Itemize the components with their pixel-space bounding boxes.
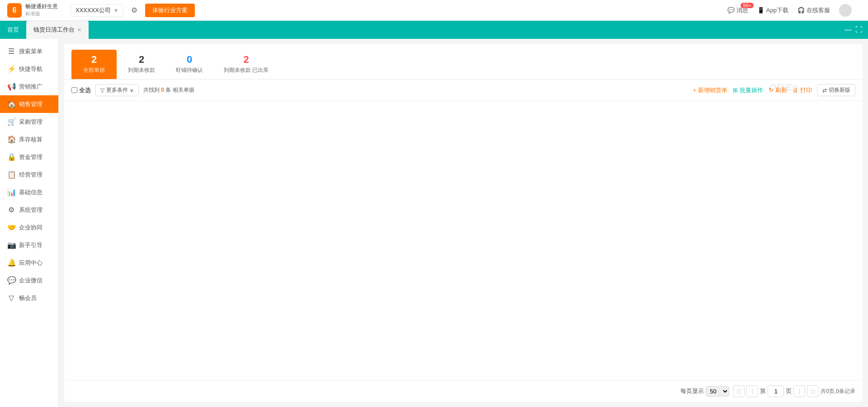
minimize-icon[interactable]: —	[844, 26, 852, 34]
service-icon: 🎧	[797, 7, 805, 14]
header-right: 💬 消息 99+ 📱 App下载 🎧 在线客服	[727, 4, 861, 17]
sidebar-item-apps[interactable]: 🔔 应用中心	[0, 254, 58, 271]
filter-button[interactable]: ▽ 更多条件 ∨	[95, 84, 139, 96]
sidebar-top: ☰ 搜索菜单 ⚡ 快捷导航 📢 营销推广 🏠 销售管理 🛒 采购管理 🏠 库	[0, 39, 58, 310]
apps-icon: 🔔	[7, 258, 15, 267]
switch-icon: ⇄	[822, 87, 827, 94]
message-badge: 99+	[741, 3, 754, 8]
app-download-button[interactable]: 📱 App下载	[757, 6, 788, 14]
basicinfo-icon: 📊	[7, 188, 15, 196]
online-service-button[interactable]: 🎧 在线客服	[797, 6, 830, 14]
tab-home[interactable]: 首页	[0, 21, 26, 39]
sidebar-item-member[interactable]: ▽ 畅会员	[0, 289, 58, 307]
chevron-down-icon: ∨	[130, 87, 134, 94]
header-left: 6 畅捷通好生意 标准版 XXXXXX公司 ▼ ⚙ 体验行业方案	[7, 3, 195, 17]
sidebar: ☰ 搜索菜单 ⚡ 快捷导航 📢 营销推广 🏠 销售管理 🛒 采购管理 🏠 库	[0, 39, 59, 407]
new-order-button[interactable]: + 新增销货单	[693, 86, 727, 94]
trial-button[interactable]: 体验行业方案	[145, 4, 195, 17]
sidebar-item-newbie[interactable]: 📷 新手引导	[0, 236, 58, 254]
status-tab-all[interactable]: 2 全部单据	[71, 50, 117, 79]
switch-version-button[interactable]: ⇄ 切换新版	[817, 84, 855, 96]
member-icon: ▽	[7, 294, 15, 302]
select-all-checkbox[interactable]: 全选	[71, 86, 91, 94]
maximize-icon[interactable]: ⛶	[855, 26, 863, 34]
sidebar-item-operations[interactable]: 📋 经营管理	[0, 166, 58, 183]
print-button[interactable]: 🖨 打印	[793, 86, 812, 94]
sidebar-item-inventory[interactable]: 🏠 库存核算	[0, 131, 58, 148]
sidebar-item-sales[interactable]: 🏠 销售管理	[0, 95, 58, 113]
content-panel: 2 全部单据 2 到期未收款 0 旺铺待确认 2 到期未收款 已出库	[64, 44, 863, 402]
sidebar-item-system[interactable]: ⚙ 系统管理	[0, 201, 58, 219]
main-layout: ☰ 搜索菜单 ⚡ 快捷导航 📢 营销推广 🏠 销售管理 🛒 采购管理 🏠 库	[0, 39, 868, 407]
all-checkbox-input[interactable]	[71, 87, 77, 93]
status-tab-pending[interactable]: 0 旺铺待确认	[166, 50, 212, 79]
sidebar-item-cooperation[interactable]: 🤝 企业协同	[0, 219, 58, 236]
logo-text: 畅捷通好生意 标准版	[25, 3, 58, 17]
message-button[interactable]: 💬 消息 99+	[727, 6, 748, 14]
status-tab-overdue[interactable]: 2 到期未收款	[118, 50, 165, 79]
message-icon: 💬	[727, 7, 735, 14]
found-text: 共找到 0 条 相关单据	[143, 86, 194, 94]
sidebar-item-finance[interactable]: 🔒 资金管理	[0, 148, 58, 166]
sidebar-item-search-menu[interactable]: ☰ 搜索菜单	[0, 42, 58, 60]
next-page-button[interactable]: ⟩	[793, 385, 805, 397]
purchase-icon: 🛒	[7, 117, 15, 126]
toolbar-right: + 新增销货单 ⊞ 批量操作 ↻ 刷新 🖨 打印 ⇄	[693, 84, 855, 96]
page-size-select-input[interactable]: 50 100 200	[706, 386, 729, 397]
sidebar-item-marketing[interactable]: 📢 营销推广	[0, 78, 58, 95]
logo-icon: 6	[7, 3, 22, 18]
marketing-icon: 📢	[7, 82, 15, 91]
sidebar-item-basicinfo[interactable]: 📊 基础信息	[0, 183, 58, 201]
company-selector[interactable]: XXXXXX公司 ▼	[71, 4, 123, 17]
filter-icon: ▽	[100, 87, 104, 94]
download-icon: 📱	[757, 7, 764, 14]
nav-tabs-bar: 首页 钱货日清工作台 ✕ — ⛶	[0, 21, 868, 39]
empty-content-area	[64, 101, 863, 380]
pagination-bar: 每页显示 50 100 200 ⟨⟨ ⟨ 第 页 ⟩ ⟩⟩ 共0页,0条记录	[64, 380, 863, 402]
chevron-down-icon: ▼	[113, 8, 118, 13]
system-icon: ⚙	[7, 206, 15, 214]
first-page-button[interactable]: ⟨⟨	[733, 385, 745, 397]
search-menu-icon: ☰	[7, 47, 15, 56]
cooperation-icon: 🤝	[7, 223, 15, 232]
newbie-icon: 📷	[7, 241, 15, 249]
wechat-icon: 💬	[7, 276, 15, 285]
status-tab-overdue-shipped[interactable]: 2 到期未收款 已出库	[214, 50, 278, 79]
close-tab-icon[interactable]: ✕	[77, 27, 81, 33]
sidebar-item-purchase[interactable]: 🛒 采购管理	[0, 113, 58, 131]
prev-page-button[interactable]: ⟨	[746, 385, 758, 397]
logo-area: 6 畅捷通好生意 标准版	[7, 3, 66, 17]
finance-icon: 🔒	[7, 153, 15, 161]
batch-operation-button[interactable]: ⊞ 批量操作	[733, 86, 763, 94]
print-icon: 🖨	[793, 87, 798, 94]
inventory-icon: 🏠	[7, 135, 15, 144]
batch-icon: ⊞	[733, 87, 738, 94]
nav-tabs-controls: — ⛶	[844, 26, 868, 34]
tab-workbench[interactable]: 钱货日清工作台 ✕	[26, 21, 89, 39]
page-navigation: ⟨⟨ ⟨ 第 页 ⟩ ⟩⟩ 共0页,0条记录	[733, 385, 855, 397]
quick-nav-icon: ⚡	[7, 65, 15, 73]
toolbar-left: 全选 ▽ 更多条件 ∨ 共找到 0 条 相关单据	[71, 84, 688, 96]
settings-icon[interactable]: ⚙	[128, 4, 141, 17]
sidebar-item-wechat[interactable]: 💬 企业微信	[0, 271, 58, 289]
refresh-button[interactable]: ↻ 刷新	[769, 86, 787, 94]
sidebar-item-quick-nav[interactable]: ⚡ 快捷导航	[0, 60, 58, 78]
toolbar: 全选 ▽ 更多条件 ∨ 共找到 0 条 相关单据	[64, 80, 863, 101]
content-area: 2 全部单据 2 到期未收款 0 旺铺待确认 2 到期未收款 已出库	[59, 39, 868, 407]
sales-icon: 🏠	[7, 100, 15, 108]
avatar[interactable]	[839, 4, 852, 17]
top-header: 6 畅捷通好生意 标准版 XXXXXX公司 ▼ ⚙ 体验行业方案 💬 消息 99…	[0, 0, 868, 21]
last-page-button[interactable]: ⟩⟩	[807, 385, 819, 397]
page-size-selector: 每页显示 50 100 200	[680, 386, 729, 397]
refresh-icon: ↻	[769, 87, 774, 94]
operations-icon: 📋	[7, 170, 15, 179]
page-number-input[interactable]	[768, 385, 784, 397]
status-tabs: 2 全部单据 2 到期未收款 0 旺铺待确认 2 到期未收款 已出库	[64, 44, 863, 80]
